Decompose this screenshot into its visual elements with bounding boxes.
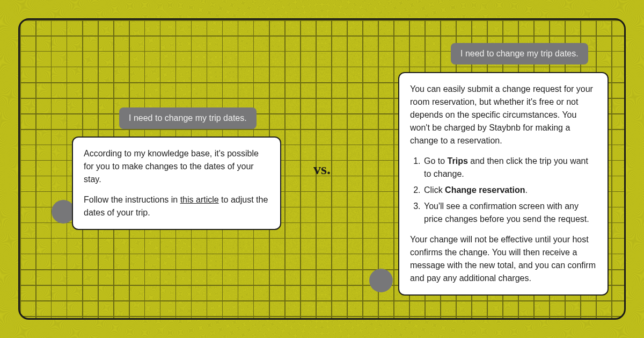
step1-bold: Trips [448, 156, 468, 166]
bot-left-p1: According to my knowledge base, it's pos… [84, 147, 269, 186]
step-2: Click Change reservation. [423, 184, 597, 197]
bot-right-p1: You can easily submit a change request f… [410, 83, 597, 147]
bot-response-right: You can easily submit a change request f… [398, 72, 609, 296]
bot-left-p2: Follow the instructions in this article … [84, 193, 269, 219]
vs-label: vs. [313, 161, 331, 178]
user-message-right: I need to change my trip dates. [451, 43, 588, 64]
chat-right: I need to change my trip dates. You can … [398, 43, 609, 296]
user-message-left: I need to change my trip dates. [119, 107, 257, 129]
step-3: You'll see a confirmation screen with an… [423, 200, 597, 226]
step2-pre: Click [424, 185, 445, 195]
step2-bold: Change reservation [445, 185, 525, 195]
bot-response-left: According to my knowledge base, it's pos… [72, 136, 281, 230]
article-link[interactable]: this article [180, 195, 219, 204]
step1-pre: Go to [424, 156, 448, 166]
decor-circle-right [369, 269, 393, 292]
bot-right-steps: Go to Trips and then click the trip you … [423, 155, 597, 226]
bot-left-p2-pre: Follow the instructions in [84, 195, 180, 204]
step-1: Go to Trips and then click the trip you … [423, 155, 597, 181]
bot-right-p2: Your change will not be effective until … [410, 233, 597, 285]
chat-left: I need to change my trip dates. Accordin… [72, 107, 281, 230]
step2-post: . [525, 185, 528, 195]
